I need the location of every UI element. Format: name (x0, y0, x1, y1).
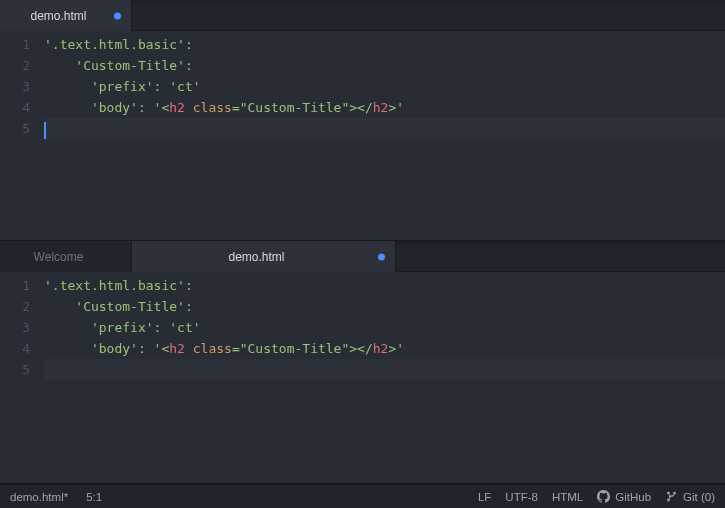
line-number[interactable]: 4 (0, 97, 30, 118)
code-line[interactable]: 'body': '<h2 class="Custom-Title"></h2>' (44, 97, 725, 118)
line-number[interactable]: 1 (0, 34, 30, 55)
line-number[interactable]: 4 (0, 338, 30, 359)
status-git[interactable]: Git (0) (665, 490, 715, 503)
code-line[interactable]: 'body': '<h2 class="Custom-Title"></h2>' (44, 338, 725, 359)
code-line[interactable]: 'Custom-Title': (44, 55, 725, 76)
status-cursor-position[interactable]: 5:1 (86, 491, 102, 503)
line-number[interactable]: 1 (0, 275, 30, 296)
status-github[interactable]: GitHub (597, 490, 651, 503)
gutter-top: 12345 (0, 31, 44, 240)
code-line[interactable] (44, 359, 725, 380)
status-encoding[interactable]: UTF-8 (505, 491, 538, 503)
editor-top[interactable]: 12345 '.text.html.basic': 'Custom-Title'… (0, 31, 725, 240)
code-line[interactable] (44, 118, 725, 139)
code-line[interactable]: '.text.html.basic': (44, 275, 725, 296)
tab-bar-empty (132, 0, 725, 31)
editor-bottom[interactable]: 12345 '.text.html.basic': 'Custom-Title'… (0, 272, 725, 483)
tab-label: demo.html (228, 250, 284, 264)
code-line[interactable]: '.text.html.basic': (44, 34, 725, 55)
tab-label: Welcome (34, 250, 84, 264)
code-line[interactable]: 'prefix': 'ct' (44, 76, 725, 97)
tab-label: demo.html (30, 9, 86, 23)
gutter-bottom: 12345 (0, 272, 44, 483)
code-line[interactable]: 'Custom-Title': (44, 296, 725, 317)
tab-welcome[interactable]: Welcome (0, 241, 132, 272)
github-icon (597, 490, 610, 503)
status-git-label: Git (0) (683, 491, 715, 503)
status-github-label: GitHub (615, 491, 651, 503)
line-number[interactable]: 2 (0, 55, 30, 76)
editor-pane-bottom: Welcomedemo.html 12345 '.text.html.basic… (0, 241, 725, 484)
modified-dot-icon (378, 253, 385, 260)
tab-demo-html[interactable]: demo.html (0, 0, 132, 31)
code-line[interactable]: 'prefix': 'ct' (44, 317, 725, 338)
status-bar: demo.html* 5:1 LF UTF-8 HTML GitHub Git … (0, 484, 725, 508)
modified-dot-icon (114, 12, 121, 19)
status-language[interactable]: HTML (552, 491, 583, 503)
line-number[interactable]: 5 (0, 359, 30, 380)
tab-bar-top: demo.html (0, 0, 725, 31)
status-file[interactable]: demo.html* (10, 491, 68, 503)
line-number[interactable]: 5 (0, 118, 30, 139)
tab-bar-empty (396, 241, 725, 272)
status-line-ending[interactable]: LF (478, 491, 491, 503)
editor-pane-top: demo.html 12345 '.text.html.basic': 'Cus… (0, 0, 725, 241)
tab-bar-bottom: Welcomedemo.html (0, 241, 725, 272)
code-bottom[interactable]: '.text.html.basic': 'Custom-Title': 'pre… (44, 272, 725, 483)
line-number[interactable]: 3 (0, 317, 30, 338)
code-top[interactable]: '.text.html.basic': 'Custom-Title': 'pre… (44, 31, 725, 240)
text-cursor (44, 122, 46, 139)
line-number[interactable]: 2 (0, 296, 30, 317)
tab-demo-html[interactable]: demo.html (132, 241, 396, 272)
line-number[interactable]: 3 (0, 76, 30, 97)
git-branch-icon (665, 490, 678, 503)
